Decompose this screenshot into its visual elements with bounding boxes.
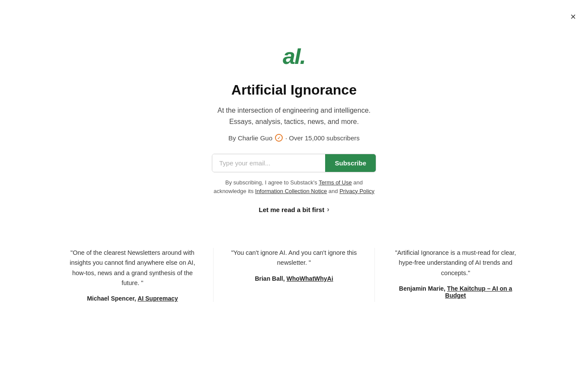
logo-dot: . [300, 44, 305, 69]
collection-notice-link[interactable]: Information Collection Notice [255, 188, 327, 194]
testimonial-3-author-link[interactable]: The Kaitchup – AI on a Budget [445, 285, 512, 299]
subscribe-button[interactable]: Subscribe [325, 154, 376, 172]
subscribe-form: Subscribe [212, 154, 376, 172]
publication-description: At the intersection of engineering and i… [212, 105, 376, 127]
testimonial-3-author-name: Benjamin Marie, [399, 285, 445, 292]
testimonial-2-author-link[interactable]: WhoWhatWhyAi [287, 275, 333, 282]
terms-prefix: By subscribing, I agree to Substack's [225, 179, 319, 186]
privacy-policy-link[interactable]: Privacy Policy [339, 188, 374, 194]
testimonial-1-author-name: Michael Spencer, [87, 295, 136, 302]
read-first-link[interactable]: Let me read a bit first › [259, 206, 329, 213]
main-container: aI. Artificial Ignorance At the intersec… [0, 0, 588, 328]
verified-icon [275, 134, 283, 142]
publication-title: Artificial Ignorance [231, 82, 357, 98]
testimonial-1-author-link[interactable]: AI Supremacy [137, 295, 178, 302]
testimonial-1-quote: "One of the clearest Newsletters around … [65, 248, 200, 288]
testimonial-3-quote: "Artificial Ignorance is a must-read for… [388, 248, 523, 278]
testimonial-2-quote: "You can't ignore AI. And you can't igno… [227, 248, 362, 268]
testimonial-2: "You can't ignore AI. And you can't igno… [214, 248, 375, 302]
testimonial-2-author-name: Brian Ball, [255, 275, 284, 282]
subscribers-count: · Over 15,000 subscribers [285, 134, 360, 142]
testimonial-3: "Artificial Ignorance is a must-read for… [375, 248, 536, 302]
author-line: By Charlie Guo · Over 15,000 subscribers [228, 134, 359, 142]
read-first-label: Let me read a bit first [259, 206, 324, 213]
chevron-right-icon: › [327, 206, 329, 213]
author-name: By Charlie Guo [228, 134, 272, 142]
terms-text: By subscribing, I agree to Substack's Te… [212, 178, 376, 195]
terms-and: and [327, 188, 339, 194]
testimonial-2-author: Brian Ball, WhoWhatWhyAi [227, 275, 362, 282]
testimonials-section: "One of the clearest Newsletters around … [35, 248, 553, 302]
email-input[interactable] [212, 154, 325, 172]
testimonial-1: "One of the clearest Newsletters around … [52, 248, 214, 302]
testimonial-1-author: Michael Spencer, AI Supremacy [65, 295, 200, 302]
terms-of-use-link[interactable]: Terms of Use [319, 179, 352, 186]
testimonial-3-author: Benjamin Marie, The Kaitchup – AI on a B… [388, 285, 523, 299]
close-button[interactable]: × [569, 10, 578, 23]
publication-logo: aI. [283, 43, 305, 69]
